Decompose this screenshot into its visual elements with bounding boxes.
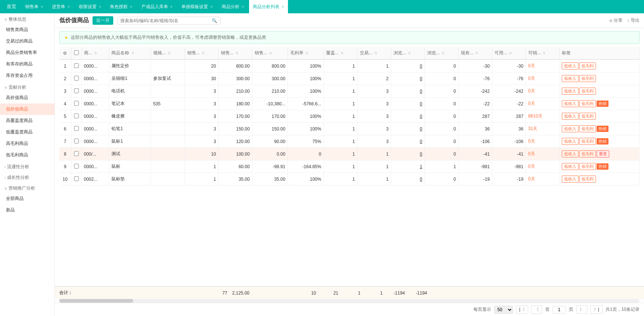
filter-btn[interactable]: 近一月: [93, 16, 113, 25]
close-icon[interactable]: ×: [99, 4, 101, 9]
table-wrapper[interactable]: ⚙ 商... ⇅ 商品名称 ⇅ 规格... ⇅ 销售... ⇅ 销售... ⇅ …: [55, 47, 644, 286]
nav-purchase[interactable]: 进货单 ×: [48, 0, 73, 13]
close-icon[interactable]: ×: [130, 4, 132, 9]
td-checkbox[interactable]: [71, 60, 81, 72]
nav-permission[interactable]: 权限设置 ×: [75, 0, 105, 13]
browse-link[interactable]: 0: [420, 101, 422, 106]
scrollbar-thumb[interactable]: [59, 299, 133, 303]
th-sales-avg[interactable]: 销售... ⇅: [252, 47, 288, 60]
td-browse1[interactable]: 0: [391, 60, 425, 72]
nav-role[interactable]: 角色授权 ×: [106, 0, 136, 13]
export-btn[interactable]: ↑ 导出: [627, 17, 640, 24]
td-checkbox[interactable]: [71, 123, 81, 135]
close-icon[interactable]: ×: [41, 4, 43, 9]
td-checkbox[interactable]: [71, 98, 81, 110]
td-browse1[interactable]: 0: [391, 110, 425, 123]
sidebar-item-new-goods[interactable]: 新品: [0, 204, 54, 216]
sidebar-item-capital[interactable]: 库存资金占用: [0, 70, 54, 81]
sidebar-item-sales-goods[interactable]: 销售类商品: [0, 24, 54, 35]
close-icon[interactable]: ×: [242, 4, 244, 9]
sidebar-group-circulation[interactable]: › 流通性分析: [0, 161, 54, 171]
close-icon[interactable]: ×: [282, 4, 284, 9]
sidebar-item-high-coverage[interactable]: 高覆盖度商品: [0, 115, 54, 126]
th-sales-qty[interactable]: 销售... ⇅: [185, 47, 218, 60]
select-all-checkbox[interactable]: [74, 50, 79, 55]
td-browse1[interactable]: 0: [391, 72, 425, 85]
sidebar-item-stock-goods[interactable]: 有库存的商品: [0, 58, 54, 70]
td-checkbox[interactable]: [71, 72, 81, 85]
td-browse1[interactable]: 0: [391, 123, 425, 135]
table-row: 1 0000... 属性定价 20 800.00 800.00 100% 1 1…: [59, 60, 640, 72]
th-name[interactable]: 商品名称 ⇅: [109, 47, 151, 60]
browse-link[interactable]: 0: [420, 64, 422, 69]
prev-page-btn[interactable]: 〈: [531, 305, 542, 314]
table-row: 7 0000... 鼠标1 3 120.00 90.00 75% 1 3 0 0…: [59, 135, 640, 148]
th-saleable[interactable]: 可销... ⇅: [526, 47, 560, 60]
td-checkbox[interactable]: [71, 160, 81, 173]
td-checkbox[interactable]: [71, 173, 81, 186]
nav-sales[interactable]: 销售单 ×: [21, 0, 47, 13]
nav-home[interactable]: 首页: [3, 0, 20, 13]
first-page-btn[interactable]: |〈: [516, 305, 528, 314]
td-checkbox[interactable]: [71, 110, 81, 123]
td-browse1[interactable]: 1: [391, 160, 425, 173]
nav-template[interactable]: 单据模板设置 ×: [178, 0, 216, 13]
td-browse1[interactable]: 0: [391, 85, 425, 98]
td-current-stock: -106: [459, 135, 492, 148]
browse-link[interactable]: 0: [420, 139, 422, 144]
search-input[interactable]: [120, 18, 210, 23]
browse-link[interactable]: 0: [420, 89, 422, 94]
next-page-btn[interactable]: 〉: [576, 305, 587, 314]
sidebar-item-all-goods[interactable]: 全部商品: [0, 193, 54, 204]
td-checkbox[interactable]: [71, 85, 81, 98]
td-checkbox[interactable]: [71, 148, 81, 160]
td-name: 吴细细1: [109, 72, 151, 85]
close-icon[interactable]: ×: [170, 4, 172, 9]
sidebar-item-low-value[interactable]: 低价值商品: [0, 103, 54, 115]
share-btn[interactable]: ⎋ 分享: [610, 17, 623, 24]
browse-link[interactable]: 0: [420, 126, 422, 132]
browse-link[interactable]: 1: [420, 164, 422, 169]
th-available[interactable]: 可用... ⇅: [492, 47, 526, 60]
sidebar-item-category-rate[interactable]: 商品分类销售率: [0, 47, 54, 58]
page-input[interactable]: [553, 306, 566, 313]
td-browse2: 0: [425, 98, 459, 110]
th-current-stock[interactable]: 现有... ⇅: [459, 47, 492, 60]
last-page-btn[interactable]: 〉|: [590, 305, 603, 314]
td-browse1[interactable]: 0: [391, 135, 425, 148]
sidebar-item-traded[interactable]: 交易过的商品: [0, 35, 54, 47]
td-browse1[interactable]: 0: [391, 98, 425, 110]
sidebar-item-low-coverage[interactable]: 低覆盖度商品: [0, 126, 54, 138]
td-browse1[interactable]: 0: [391, 173, 425, 186]
td-browse1[interactable]: 0: [391, 148, 425, 160]
sidebar-group-contribution: ∨ 贡献分析: [0, 81, 54, 92]
nav-goods-analysis-list[interactable]: 商品分析列表 ×: [249, 0, 288, 13]
horizontal-scrollbar[interactable]: [59, 299, 640, 303]
sidebar-item-high-profit[interactable]: 高毛利商品: [0, 138, 54, 149]
th-browse2[interactable]: 浏览... ⇅: [425, 47, 459, 60]
th-browse1[interactable]: 浏览... ⇅: [391, 47, 425, 60]
browse-link[interactable]: 0: [420, 114, 422, 119]
th-code[interactable]: 商... ⇅: [81, 47, 109, 60]
close-icon[interactable]: ×: [67, 4, 70, 9]
th-transaction[interactable]: 交易... ⇅: [357, 47, 391, 60]
th-sales-amt[interactable]: 销售... ⇅: [218, 47, 252, 60]
browse-link[interactable]: 0: [420, 177, 422, 182]
th-settings[interactable]: ⚙: [59, 47, 71, 60]
td-gross-margin: 100%: [288, 72, 323, 85]
td-checkbox[interactable]: [71, 135, 81, 148]
close-icon[interactable]: ×: [210, 4, 212, 9]
nav-goods-analysis[interactable]: 商品分析 ×: [218, 0, 248, 13]
browse-link[interactable]: 0: [420, 76, 422, 81]
nav-inbound[interactable]: 产成品入库单 ×: [138, 0, 176, 13]
footer-values: 77 2,125.00 10 21 1 1 -1194 -1194: [89, 290, 640, 296]
page-size-select[interactable]: 50 20 100: [494, 306, 513, 314]
th-gross-margin[interactable]: 毛利率 ⇅: [288, 47, 323, 60]
sidebar-item-high-value[interactable]: 高价值商品: [0, 92, 54, 103]
th-spec[interactable]: 规格... ⇅: [151, 47, 185, 60]
th-coverage[interactable]: 覆盖... ⇅: [323, 47, 357, 60]
sidebar-group-growth[interactable]: › 成长性分析: [0, 171, 54, 182]
td-name: 测试: [109, 148, 151, 160]
browse-link[interactable]: 0: [420, 152, 422, 157]
sidebar-item-low-profit[interactable]: 低毛利商品: [0, 149, 54, 161]
